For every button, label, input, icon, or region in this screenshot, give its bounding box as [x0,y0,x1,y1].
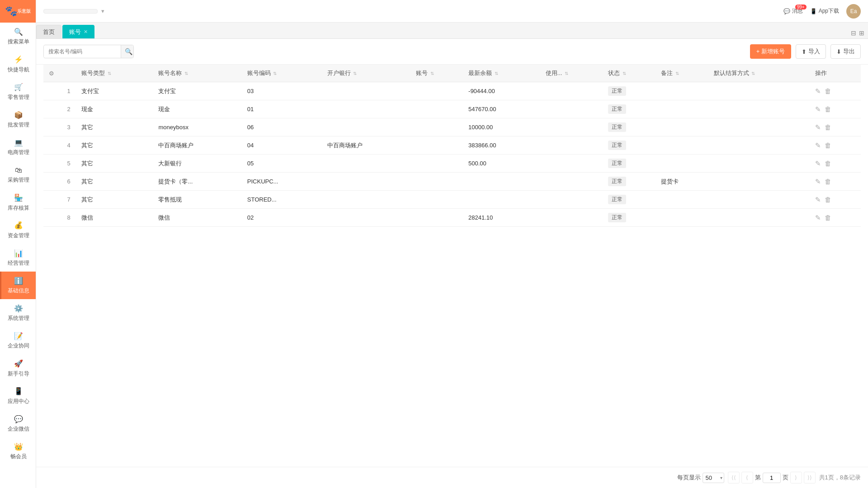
row-config [43,209,60,227]
minimize-icon[interactable]: ⊟ [851,29,856,37]
table-header-row: ⚙ 账号类型 ⇅ 账号名称 ⇅ 账号编码 ⇅ [43,65,861,82]
message-button[interactable]: 💬 消息 99+ [783,7,803,15]
col-status[interactable]: 状态 ⇅ [604,65,657,82]
row-balance: 547670.00 [465,100,542,118]
col-account[interactable]: 账号 ⇅ [412,65,465,82]
col-bank[interactable]: 开户银行 ⇅ [324,65,412,82]
sidebar-item-guide[interactable]: 🚀 新手引导 [0,354,36,382]
row-name: 零售抵现 [155,191,243,209]
sidebar-item-vip[interactable]: 👑 畅会员 [0,437,36,465]
close-tab-icon[interactable]: ✕ [84,29,88,35]
col-code[interactable]: 账号编码 ⇅ [244,65,324,82]
sidebar-item-finance[interactable]: 💰 资金管理 [0,216,36,244]
accounts-table: ⚙ 账号类型 ⇅ 账号名称 ⇅ 账号编码 ⇅ [43,65,861,227]
sidebar-item-quick-nav[interactable]: ⚡ 快捷导航 [0,50,36,78]
sidebar-item-inventory[interactable]: 🏪 库存核算 [0,188,36,216]
row-status: 正常 [604,191,657,209]
edit-icon[interactable]: ✎ [815,178,821,186]
sidebar-item-basic-info[interactable]: ℹ️ 基础信息 [0,272,36,299]
col-type[interactable]: 账号类型 ⇅ [78,65,155,82]
avatar[interactable]: Ea [846,4,861,19]
sidebar-item-purchase[interactable]: 🛍 采购管理 [0,161,36,188]
row-account [412,173,465,191]
sidebar-item-enterprise-agreement[interactable]: 📝 企业协同 [0,327,36,354]
delete-icon[interactable]: 🗑 [825,123,831,131]
row-status: 正常 [604,136,657,155]
delete-icon[interactable]: 🗑 [825,160,831,167]
export-button[interactable]: ⬇ 导出 [830,44,861,59]
edit-icon[interactable]: ✎ [815,123,821,131]
row-default-payment [710,118,812,136]
next-page-button[interactable]: ⟩ [790,472,802,483]
row-remark [657,118,710,136]
row-action: ✎ 🗑 [811,173,861,191]
col-usage[interactable]: 使用... ⇅ [542,65,605,82]
col-default-payment[interactable]: 默认结算方式 ⇅ [710,65,812,82]
row-default-payment [710,155,812,173]
logo-icon: 🐾 [5,5,17,17]
finance-icon: 💰 [14,221,23,230]
delete-icon[interactable]: 🗑 [825,105,831,113]
app-logo: 🐾 乐意版 [0,0,36,23]
wholesale-icon: 📦 [14,110,23,120]
sidebar-item-ecommerce[interactable]: 💻 电商管理 [0,133,36,161]
maximize-icon[interactable]: ⊞ [859,29,864,37]
export-label: 导出 [843,47,855,56]
row-usage [542,155,605,173]
edit-icon[interactable]: ✎ [815,105,821,113]
edit-icon[interactable]: ✎ [815,141,821,150]
main-area: ▾ 💬 消息 99+ 📱 App下载 Ea 首页 账号 ✕ ⊟ [36,0,868,488]
sidebar-item-app-center[interactable]: 📱 应用中心 [0,382,36,409]
table-wrap: ⚙ 账号类型 ⇅ 账号名称 ⇅ 账号编码 ⇅ [36,65,868,467]
edit-icon[interactable]: ✎ [815,160,821,168]
sidebar-item-system[interactable]: ⚙️ 系统管理 [0,299,36,327]
row-type: 微信 [78,209,155,227]
search-button[interactable]: 🔍 [121,45,134,58]
col-type-label: 账号类型 [81,70,105,76]
col-name[interactable]: 账号名称 ⇅ [155,65,243,82]
header-left: ▾ [43,8,104,14]
edit-icon[interactable]: ✎ [815,87,821,95]
new-account-button[interactable]: + 新增账号 [750,44,791,59]
action-icons: ✎ 🗑 [815,141,857,150]
sidebar-item-enterprise-wechat[interactable]: 💬 企业微信 [0,410,36,437]
sidebar-item-retail[interactable]: 🛒 零售管理 [0,78,36,105]
delete-icon[interactable]: 🗑 [825,214,831,221]
last-page-button[interactable]: ⟩⟩ [804,472,816,483]
row-default-payment [710,82,812,100]
search-input[interactable] [44,46,121,57]
first-page-button[interactable]: ⟨⟨ [728,472,740,483]
row-bank [324,82,412,100]
sidebar-item-operations[interactable]: 📊 经营管理 [0,244,36,272]
sidebar-item-label: 企业微信 [8,425,29,433]
page-input[interactable] [763,473,781,483]
tab-home[interactable]: 首页 [36,25,61,38]
prev-page-button[interactable]: ⟨ [741,472,753,483]
row-action: ✎ 🗑 [811,118,861,136]
col-config: ⚙ [43,65,60,82]
action-icons: ✎ 🗑 [815,178,857,186]
edit-icon[interactable]: ✎ [815,214,821,222]
app-download-button[interactable]: 📱 App下载 [810,7,839,15]
delete-icon[interactable]: 🗑 [825,87,831,95]
tab-account[interactable]: 账号 ✕ [62,25,94,38]
col-default-payment-label: 默认结算方式 [714,70,749,76]
dropdown-icon[interactable]: ▾ [101,8,104,14]
delete-icon[interactable]: 🗑 [825,196,831,203]
search-menu-icon: 🔍 [14,27,23,37]
col-bank-label: 开户银行 [327,70,351,76]
sidebar-item-wholesale[interactable]: 📦 批发管理 [0,106,36,133]
row-remark [657,100,710,118]
col-balance[interactable]: 最新余额 ⇅ [465,65,542,82]
row-config [43,155,60,173]
status-badge: 正常 [608,104,626,114]
import-button[interactable]: ⬆ 导入 [796,44,826,59]
delete-icon[interactable]: 🗑 [825,178,831,185]
edit-icon[interactable]: ✎ [815,196,821,204]
sidebar-item-search[interactable]: 🔍 搜索菜单 [0,23,36,50]
col-remark[interactable]: 备注 ⇅ [657,65,710,82]
sidebar-item-label: 电商管理 [8,149,29,156]
delete-icon[interactable]: 🗑 [825,141,831,149]
column-config-icon[interactable]: ⚙ [49,70,54,77]
page-size-select[interactable]: 50 100 [703,473,724,483]
